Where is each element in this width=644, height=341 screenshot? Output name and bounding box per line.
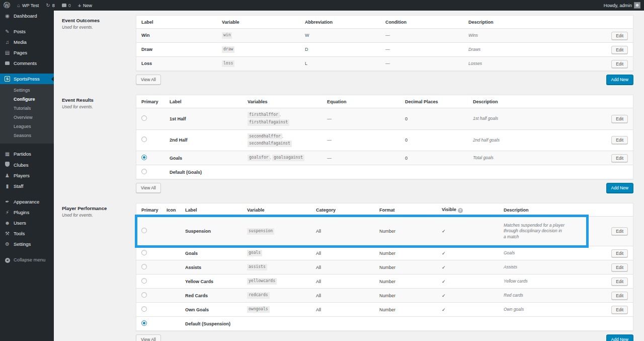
category-value: All xyxy=(311,304,374,316)
primary-radio[interactable] xyxy=(141,169,147,174)
sidebar-item-players[interactable]: ♟ Players xyxy=(0,170,54,181)
plugin-icon: ⚡ xyxy=(4,210,11,215)
sidebar-item-clubes[interactable]: Clubes xyxy=(0,159,54,170)
submenu-item-seasons[interactable]: Seasons xyxy=(0,131,54,140)
icon-cell xyxy=(162,279,180,285)
primary-radio[interactable] xyxy=(141,115,147,121)
sidebar-item-dashboard[interactable]: ◉ Dashboard xyxy=(0,11,54,21)
row-label: Default (Goals) xyxy=(165,166,243,178)
table-row: Goals goalsforgoalsagainst — 0 Total goa… xyxy=(136,151,633,165)
edit-button[interactable]: Edit xyxy=(611,136,628,144)
primary-radio[interactable] xyxy=(141,264,147,269)
column-header: Label xyxy=(165,96,243,107)
submenu-item-overview[interactable]: Overview xyxy=(0,113,54,122)
edit-button[interactable]: Edit xyxy=(611,278,628,286)
add-new-button[interactable]: Add New xyxy=(606,334,634,341)
add-new-button[interactable]: Add New xyxy=(606,183,634,193)
variable-code: secondhalfagainst xyxy=(248,141,292,147)
pin-icon: ✎ xyxy=(4,29,11,34)
edit-button[interactable]: Edit xyxy=(611,227,628,235)
sidebar-item-pages[interactable]: ▤ Pages xyxy=(0,47,54,58)
view-all-button[interactable]: View All xyxy=(136,75,161,85)
decimal-places-value: 0 xyxy=(400,152,468,164)
wp-logo-menu[interactable]: Ⓦ xyxy=(0,0,14,11)
row-label: 2nd Half xyxy=(165,134,243,146)
column-header: Variable xyxy=(242,204,311,216)
description-value: Total goals xyxy=(468,152,591,164)
table-header-row: Primary Label Variables Equation Decimal… xyxy=(136,95,633,108)
edit-button[interactable]: Edit xyxy=(611,249,628,257)
wrench-icon: ⚒ xyxy=(4,231,11,236)
edit-button[interactable]: Edit xyxy=(611,46,628,54)
visible-check: ✓ xyxy=(437,290,499,302)
sidebar-item-posts[interactable]: ✎ Posts xyxy=(0,26,54,37)
sidebar-item-label: Media xyxy=(14,39,27,45)
primary-radio[interactable] xyxy=(141,250,147,255)
submenu-item-tutorials[interactable]: Tutorials xyxy=(0,104,54,113)
my-account-menu[interactable]: Howdy, admin ☻ xyxy=(600,0,644,11)
primary-radio-checked[interactable] xyxy=(141,155,147,160)
column-header: Abbreviation xyxy=(300,17,380,28)
help-icon[interactable]: ? xyxy=(458,208,463,213)
visible-check: ✓ xyxy=(437,247,499,259)
sidebar-item-comments[interactable]: Comments xyxy=(0,58,54,69)
submenu-item-settings[interactable]: Settings xyxy=(0,86,54,95)
site-name-menu[interactable]: ⌂ WP Test xyxy=(14,0,42,11)
description-value: 2nd half goals xyxy=(468,134,591,146)
sportspress-icon: S xyxy=(4,76,11,82)
shirt-icon: ♟ xyxy=(4,173,11,178)
primary-radio[interactable] xyxy=(141,306,147,312)
new-content-menu[interactable]: + New xyxy=(74,0,96,11)
column-header: Variable xyxy=(217,17,300,28)
sidebar-item-partidos[interactable]: ▦ Partidos xyxy=(0,149,54,159)
sidebar-item-media[interactable]: ♫ Media xyxy=(0,37,54,47)
sidebar-item-label: Dashboard xyxy=(14,13,37,19)
row-label: Yellow Cards xyxy=(180,276,242,288)
event-results-table: Primary Label Variables Equation Decimal… xyxy=(136,95,633,179)
primary-radio[interactable] xyxy=(141,137,147,142)
icon-cell xyxy=(162,307,180,313)
equation-value: — xyxy=(322,152,400,164)
comments-menu[interactable]: 0 xyxy=(58,0,74,11)
decimal-places-value: 0 xyxy=(400,134,468,146)
primary-radio[interactable] xyxy=(141,292,147,298)
edit-button[interactable]: Edit xyxy=(611,32,628,40)
submenu-item-leagues[interactable]: Leagues xyxy=(0,122,54,131)
sidebar-item-appearance[interactable]: ✒ Appearance xyxy=(0,196,54,207)
column-header: Description xyxy=(468,96,591,107)
sidebar-item-plugins[interactable]: ⚡ Plugins xyxy=(0,207,54,218)
sidebar-item-label: Staff xyxy=(14,183,23,189)
primary-radio[interactable] xyxy=(141,278,147,284)
view-all-button[interactable]: View All xyxy=(136,183,161,193)
variable-code: goalsagainst xyxy=(272,155,304,161)
updates-menu[interactable]: ↻ 8 xyxy=(42,0,58,11)
add-new-button[interactable]: Add New xyxy=(606,75,634,85)
primary-radio-checked[interactable] xyxy=(141,320,147,326)
id-badge-icon: ▮ xyxy=(4,184,11,189)
edit-button[interactable]: Edit xyxy=(611,115,628,123)
submenu-item-configure[interactable]: Configure xyxy=(0,95,54,104)
icon-cell xyxy=(162,228,180,234)
column-header: Category xyxy=(311,204,374,216)
condition-value: — xyxy=(380,57,463,70)
edit-button[interactable]: Edit xyxy=(611,154,628,162)
view-all-button[interactable]: View All xyxy=(136,334,161,341)
primary-radio[interactable] xyxy=(141,228,147,233)
sidebar-item-settings[interactable]: ⚙ Settings xyxy=(0,239,54,249)
sidebar-item-tools[interactable]: ⚒ Tools xyxy=(0,228,54,239)
edit-button[interactable]: Edit xyxy=(611,306,628,314)
table-row: Yellow Cards yellowcards All Number ✓ Ye… xyxy=(136,274,633,288)
sidebar-item-sportspress[interactable]: S SportsPress xyxy=(0,74,54,84)
table-row: Assists assists All Number ✓ Assists Edi… xyxy=(136,260,633,274)
edit-button[interactable]: Edit xyxy=(611,292,628,300)
edit-button[interactable]: Edit xyxy=(611,263,628,271)
collapse-arrow-icon: ◀ xyxy=(4,257,11,263)
description-value: 1st half goals xyxy=(468,113,591,124)
collapse-menu-button[interactable]: ◀ Collapse menu xyxy=(0,254,54,265)
sidebar-item-users[interactable]: ☻ Users xyxy=(0,218,54,228)
format-value: Number xyxy=(374,304,437,316)
edit-button[interactable]: Edit xyxy=(611,60,628,68)
sidebar-item-staff[interactable]: ▮ Staff xyxy=(0,181,54,191)
description-value: Draws xyxy=(463,44,591,55)
variable-code: suspension xyxy=(247,228,274,235)
